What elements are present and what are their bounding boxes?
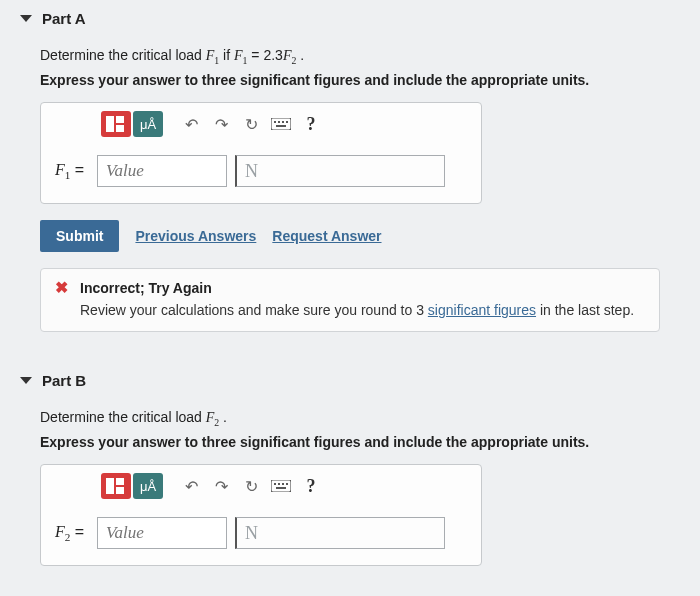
svg-rect-8 — [276, 125, 286, 127]
feedback-body: Review your calculations and make sure y… — [80, 301, 634, 321]
caret-down-icon — [20, 377, 32, 384]
feedback-title: Incorrect; Try Again — [80, 279, 634, 299]
var: F — [234, 48, 243, 63]
part-a-prompt: Determine the critical load F1 if F1 = 2… — [40, 45, 666, 68]
input-label-a: F1 = — [55, 161, 89, 181]
prompt-text: . — [219, 409, 227, 425]
unit-placeholder: N — [245, 161, 258, 182]
unit-input-a[interactable]: N — [235, 155, 445, 187]
unit-placeholder: N — [245, 523, 258, 544]
part-a-content: Determine the critical load F1 if F1 = 2… — [0, 33, 700, 344]
undo-icon[interactable]: ↶ — [177, 473, 205, 499]
part-b-instruction: Express your answer to three significant… — [40, 434, 666, 450]
feedback-box: ✖ Incorrect; Try Again Review your calcu… — [40, 268, 660, 331]
help-icon[interactable]: ? — [297, 473, 325, 499]
fb-post: in the last step. — [536, 302, 634, 318]
eq: = — [70, 523, 84, 540]
template-icon[interactable] — [101, 111, 131, 137]
part-a-instruction: Express your answer to three significant… — [40, 72, 666, 88]
svg-rect-13 — [274, 483, 276, 485]
keyboard-icon[interactable] — [267, 111, 295, 137]
svg-rect-1 — [116, 116, 124, 123]
prompt-text: = 2.3 — [247, 47, 282, 63]
part-b-header[interactable]: Part B — [0, 362, 700, 395]
redo-icon[interactable]: ↷ — [207, 111, 235, 137]
prompt-text: if — [219, 47, 234, 63]
svg-rect-9 — [106, 478, 114, 494]
unit-mode-button[interactable]: μÅ — [133, 473, 163, 499]
part-a-header[interactable]: Part A — [0, 0, 700, 33]
part-a-title: Part A — [42, 10, 86, 27]
svg-rect-10 — [116, 478, 124, 485]
answer-box-b: μÅ ↶ ↷ ↻ ? F2 = N — [40, 464, 482, 566]
svg-rect-3 — [271, 118, 291, 130]
part-b-title: Part B — [42, 372, 86, 389]
incorrect-x-icon: ✖ — [55, 279, 68, 297]
feedback-text: Incorrect; Try Again Review your calcula… — [80, 279, 634, 320]
value-input-a[interactable] — [97, 155, 227, 187]
svg-rect-12 — [271, 480, 291, 492]
var: F — [55, 161, 65, 178]
svg-rect-17 — [276, 487, 286, 489]
eq: = — [70, 161, 84, 178]
undo-icon[interactable]: ↶ — [177, 111, 205, 137]
answer-box-a: μÅ ↶ ↷ ↻ ? F1 = N — [40, 102, 482, 204]
toolbar-a: μÅ ↶ ↷ ↻ ? — [41, 103, 481, 145]
svg-rect-0 — [106, 116, 114, 132]
request-answer-link[interactable]: Request Answer — [272, 228, 381, 244]
reset-icon[interactable]: ↻ — [237, 473, 265, 499]
prompt-text: . — [296, 47, 304, 63]
prompt-text: Determine the critical load — [40, 47, 206, 63]
unit-input-b[interactable]: N — [235, 517, 445, 549]
toolbar-b: μÅ ↶ ↷ ↻ ? — [41, 465, 481, 507]
actions-a: Submit Previous Answers Request Answer — [40, 220, 666, 252]
unit-mode-button[interactable]: μÅ — [133, 111, 163, 137]
svg-rect-4 — [274, 121, 276, 123]
part-b-content: Determine the critical load F2 . Express… — [0, 395, 700, 578]
input-row-a: F1 = N — [41, 145, 481, 203]
input-label-b: F2 = — [55, 523, 89, 543]
caret-down-icon — [20, 15, 32, 22]
redo-icon[interactable]: ↷ — [207, 473, 235, 499]
prompt-text: Determine the critical load — [40, 409, 206, 425]
svg-rect-7 — [286, 121, 288, 123]
svg-rect-5 — [278, 121, 280, 123]
fb-pre: Review your calculations and make sure y… — [80, 302, 428, 318]
previous-answers-link[interactable]: Previous Answers — [135, 228, 256, 244]
svg-rect-11 — [116, 487, 124, 494]
input-row-b: F2 = N — [41, 507, 481, 565]
value-input-b[interactable] — [97, 517, 227, 549]
var: F — [55, 523, 65, 540]
svg-rect-6 — [282, 121, 284, 123]
significant-figures-link[interactable]: significant figures — [428, 302, 536, 318]
submit-button[interactable]: Submit — [40, 220, 119, 252]
svg-rect-15 — [282, 483, 284, 485]
svg-rect-16 — [286, 483, 288, 485]
template-icon[interactable] — [101, 473, 131, 499]
svg-rect-2 — [116, 125, 124, 132]
svg-rect-14 — [278, 483, 280, 485]
help-icon[interactable]: ? — [297, 111, 325, 137]
keyboard-icon[interactable] — [267, 473, 295, 499]
reset-icon[interactable]: ↻ — [237, 111, 265, 137]
part-b-prompt: Determine the critical load F2 . — [40, 407, 666, 430]
